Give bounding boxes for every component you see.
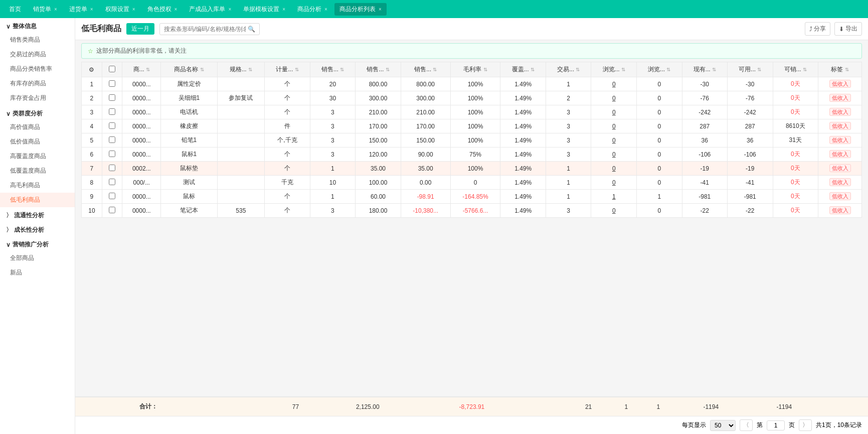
cell-view1[interactable]: 0: [591, 133, 637, 148]
row-checkbox[interactable]: [109, 108, 115, 115]
th-stock[interactable]: 现有... ⇅: [682, 62, 728, 77]
cell-view1[interactable]: 0: [591, 148, 637, 162]
close-icon[interactable]: ×: [132, 7, 135, 12]
th-avail[interactable]: 可用... ⇅: [728, 62, 773, 77]
cell-checkbox[interactable]: [102, 162, 122, 176]
th-checkbox[interactable]: [102, 62, 122, 77]
th-spec[interactable]: 规格... ⇅: [217, 62, 265, 77]
close-icon[interactable]: ×: [282, 7, 285, 12]
nav-purchase[interactable]: 进货单 ×: [64, 3, 98, 16]
cell-checkbox[interactable]: [102, 176, 122, 190]
th-settings[interactable]: ⚙: [82, 62, 102, 77]
cell-view1[interactable]: 0: [591, 162, 637, 176]
share-button[interactable]: ⤴ 分享: [805, 22, 830, 36]
cell-view1[interactable]: 0: [591, 91, 637, 105]
nav-permission[interactable]: 权限设置 ×: [100, 3, 140, 16]
nav-template[interactable]: 单据模板设置 ×: [238, 3, 290, 16]
sidebar-item-low-coverage[interactable]: 低覆盖度商品: [0, 164, 75, 178]
cell-checkbox[interactable]: [102, 190, 122, 204]
row-checkbox[interactable]: [109, 151, 115, 157]
prev-page-button[interactable]: 〈: [740, 419, 753, 431]
row-checkbox[interactable]: [109, 94, 115, 101]
sidebar-item-new-goods[interactable]: 新品: [0, 265, 75, 280]
row-checkbox[interactable]: [109, 165, 115, 171]
close-icon[interactable]: ×: [54, 7, 57, 12]
cell-unit: 个: [265, 148, 310, 162]
th-qty[interactable]: 销售... ⇅: [310, 62, 356, 77]
nav-sales[interactable]: 销货单 ×: [28, 3, 62, 16]
th-tag[interactable]: 标签 ⇅: [818, 62, 862, 77]
sidebar-item-low-margin[interactable]: 低毛利商品: [0, 193, 75, 207]
sidebar-group-flow[interactable]: 〉 流通性分析: [0, 207, 75, 222]
row-checkbox[interactable]: [109, 207, 115, 213]
cell-checkbox[interactable]: [102, 77, 122, 91]
cell-view2: 0: [636, 204, 682, 218]
close-icon[interactable]: ×: [175, 7, 178, 12]
close-icon[interactable]: ×: [228, 7, 231, 12]
th-name[interactable]: 商品名称 ⇅: [161, 62, 217, 77]
cell-view1[interactable]: 0: [591, 119, 637, 133]
sidebar-item-low-value[interactable]: 低价值商品: [0, 134, 75, 149]
filter-recent-month-button[interactable]: 近一月: [126, 23, 154, 35]
search-icon[interactable]: 🔍: [248, 26, 255, 33]
select-all-checkbox[interactable]: [109, 66, 115, 72]
nav-product-analysis-list[interactable]: 商品分析列表 ×: [334, 3, 387, 16]
nav-home[interactable]: 首页: [4, 3, 26, 16]
sidebar-item-high-margin[interactable]: 高毛利商品: [0, 178, 75, 193]
row-checkbox[interactable]: [109, 122, 115, 129]
cell-checkbox[interactable]: [102, 204, 122, 218]
cell-qty: 3: [310, 148, 356, 162]
nav-product-entry[interactable]: 产成品入库单 ×: [184, 3, 236, 16]
cell-checkbox[interactable]: [102, 119, 122, 133]
th-view2[interactable]: 浏览... ⇅: [636, 62, 682, 77]
sidebar-item-category-rate[interactable]: 商品分类销售率: [0, 62, 75, 76]
search-box[interactable]: 🔍: [159, 23, 260, 35]
th-saleable[interactable]: 可销... ⇅: [773, 62, 818, 77]
th-code[interactable]: 商... ⇅: [122, 62, 161, 77]
cell-checkbox[interactable]: [102, 148, 122, 162]
th-sale-amt[interactable]: 销售... ⇅: [356, 62, 401, 77]
page-input[interactable]: [767, 420, 785, 430]
sidebar-item-stock-goods[interactable]: 有库存的商品: [0, 76, 75, 91]
cell-view1[interactable]: 0: [591, 77, 637, 91]
cell-view1[interactable]: 0: [591, 176, 637, 190]
cell-checkbox[interactable]: [102, 105, 122, 119]
cell-checkbox[interactable]: [102, 91, 122, 105]
search-input[interactable]: [164, 26, 246, 33]
sidebar-group-cluster[interactable]: ∨ 类群度分析: [0, 105, 75, 120]
close-icon[interactable]: ×: [324, 7, 327, 12]
nav-role[interactable]: 角色授权 ×: [142, 3, 183, 16]
next-page-button[interactable]: 〉: [799, 419, 812, 431]
table-row: 8 000/... 测试 千克 10 100.00 0.00 0 1.49% 1…: [82, 176, 862, 190]
sidebar-item-traded-goods[interactable]: 交易过的商品: [0, 47, 75, 62]
th-gross-rate[interactable]: 毛利率 ⇅: [450, 62, 500, 77]
cell-view1[interactable]: 0: [591, 204, 637, 218]
th-coverage[interactable]: 覆盖... ⇅: [500, 62, 546, 77]
th-profit[interactable]: 销售... ⇅: [401, 62, 450, 77]
row-checkbox[interactable]: [109, 193, 115, 199]
table-wrapper[interactable]: ⚙ 商... ⇅ 商品名称 ⇅ 规格... ⇅ 计量... ⇅ 销售... ⇅ …: [81, 62, 862, 396]
sidebar-group-marketing[interactable]: ∨ 营销推广分析: [0, 236, 75, 251]
sidebar-group-growth[interactable]: 〉 成长性分析: [0, 222, 75, 236]
cell-saleable: 0天: [773, 91, 818, 105]
nav-product-analysis[interactable]: 商品分析 ×: [292, 3, 332, 16]
close-icon[interactable]: ×: [90, 7, 93, 12]
export-button[interactable]: ⬇ 导出: [834, 22, 862, 36]
th-unit[interactable]: 计量... ⇅: [265, 62, 310, 77]
sidebar-item-high-value[interactable]: 高价值商品: [0, 120, 75, 134]
sidebar-item-sales-goods[interactable]: 销售类商品: [0, 33, 75, 47]
th-view1[interactable]: 浏览... ⇅: [591, 62, 637, 77]
close-icon[interactable]: ×: [379, 7, 382, 12]
cell-view1[interactable]: 1: [591, 190, 637, 204]
cell-view1[interactable]: 0: [591, 105, 637, 119]
row-checkbox[interactable]: [109, 80, 115, 87]
cell-checkbox[interactable]: [102, 133, 122, 148]
sidebar-item-high-coverage[interactable]: 高覆盖度商品: [0, 149, 75, 164]
th-trade[interactable]: 交易... ⇅: [546, 62, 591, 77]
row-checkbox[interactable]: [109, 179, 115, 185]
sidebar-item-all-goods[interactable]: 全部商品: [0, 251, 75, 265]
sidebar-item-capital[interactable]: 库存资金占用: [0, 91, 75, 105]
per-page-select[interactable]: 50 100 200: [710, 420, 736, 431]
sidebar-group-overall[interactable]: ∨ 整体信息: [0, 18, 75, 33]
row-checkbox[interactable]: [109, 136, 115, 143]
